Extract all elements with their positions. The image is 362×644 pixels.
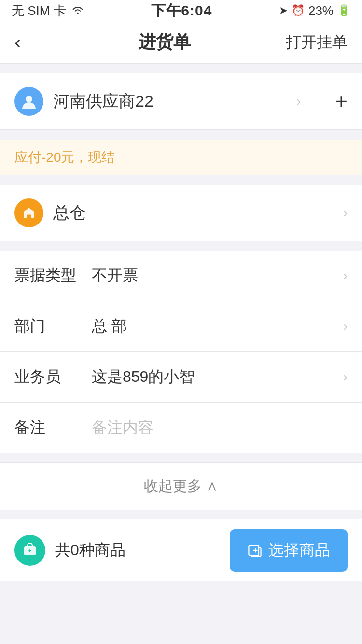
notice-bar: 应付-20元，现结 (0, 140, 362, 175)
warehouse-card: 总仓 › (0, 185, 362, 241)
warehouse-icon (14, 198, 43, 227)
select-product-button[interactable]: 选择商品 (230, 529, 348, 572)
content: 河南供应商22 › + 应付-20元，现结 总仓 › 票据类型 不开票 › (0, 73, 362, 644)
remark-placeholder: 备注内容 (82, 417, 348, 438)
remark-label: 备注 (14, 417, 82, 438)
product-count: 共0种商品 (55, 540, 220, 561)
divider (325, 91, 325, 112)
warehouse-chevron-icon: › (343, 205, 348, 221)
notice-text: 应付-20元，现结 (14, 150, 115, 165)
salesperson-value: 这是859的小智 (82, 366, 343, 388)
svg-rect-1 (27, 215, 31, 218)
svg-point-0 (26, 96, 32, 102)
status-bar: 无 SIM 卡 下午6:04 ➤ ⏰ 23% 🔋 (0, 0, 362, 21)
department-value: 总 部 (82, 316, 343, 337)
invoice-type-chevron-icon: › (343, 268, 348, 283)
supplier-chevron-icon: › (296, 94, 301, 109)
location-icon: ➤ (279, 4, 288, 17)
battery-icon: 🔋 (337, 4, 350, 17)
department-chevron-icon: › (343, 319, 348, 334)
invoice-type-label: 票据类型 (14, 265, 82, 286)
status-right: ➤ ⏰ 23% 🔋 (279, 3, 350, 18)
nav-bar: ‹ 进货单 打开挂单 (0, 21, 362, 64)
main-background (0, 581, 362, 644)
wifi-icon (71, 3, 84, 18)
battery-text: 23% (308, 3, 334, 18)
invoice-type-value: 不开票 (82, 265, 343, 286)
open-pending-button[interactable]: 打开挂单 (286, 32, 348, 53)
alarm-icon: ⏰ (292, 4, 305, 17)
status-left: 无 SIM 卡 (12, 2, 84, 19)
supplier-row[interactable]: 河南供应商22 › + (0, 73, 362, 130)
status-time: 下午6:04 (151, 1, 212, 21)
bottom-bar: 共0种商品 选择商品 (0, 519, 362, 581)
department-row[interactable]: 部门 总 部 › (0, 301, 362, 352)
supplier-name: 河南供应商22 (53, 90, 296, 112)
add-supplier-button[interactable]: + (335, 91, 348, 112)
form-card: 票据类型 不开票 › 部门 总 部 › 业务员 这是859的小智 › 备注 备注… (0, 251, 362, 453)
supplier-avatar (14, 87, 43, 116)
warehouse-row[interactable]: 总仓 › (0, 185, 362, 241)
department-label: 部门 (14, 316, 82, 337)
collapse-button[interactable]: 收起更多 ∧ (0, 462, 362, 510)
carrier-text: 无 SIM 卡 (12, 2, 66, 19)
invoice-type-row[interactable]: 票据类型 不开票 › (0, 251, 362, 301)
product-icon (14, 535, 45, 566)
page-title: 进货单 (139, 30, 191, 54)
salesperson-label: 业务员 (14, 366, 82, 388)
select-product-label: 选择商品 (268, 540, 330, 561)
supplier-card: 河南供应商22 › + (0, 73, 362, 130)
salesperson-chevron-icon: › (343, 369, 348, 385)
salesperson-row[interactable]: 业务员 这是859的小智 › (0, 352, 362, 403)
back-button[interactable]: ‹ (14, 31, 43, 53)
remark-row[interactable]: 备注 备注内容 (0, 403, 362, 453)
warehouse-name: 总仓 (53, 202, 343, 224)
